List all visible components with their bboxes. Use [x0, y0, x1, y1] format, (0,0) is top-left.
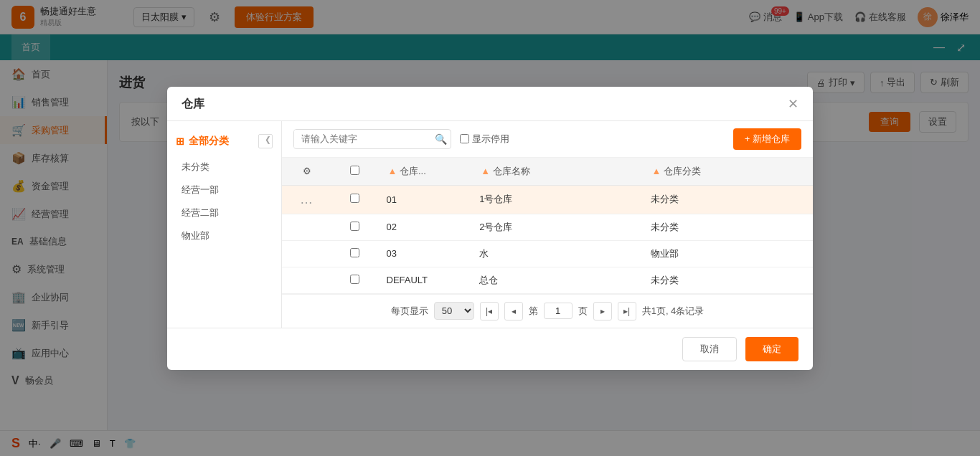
td-name: 2号仓库: [471, 214, 641, 240]
td-checkbox[interactable]: [332, 214, 378, 240]
th-name[interactable]: ▲ 仓库名称: [471, 158, 641, 186]
table-row[interactable]: DEFAULT 总仓 未分类: [282, 267, 813, 293]
td-checkbox[interactable]: [332, 267, 378, 293]
modal-toolbar: 🔍 显示停用 + 新增仓库: [282, 121, 813, 158]
td-actions: [282, 267, 332, 293]
warehouse-modal: 仓库 ✕ ⊞ 全部分类 《 未分类 经营一部 经营二部: [167, 87, 813, 370]
td-checkbox[interactable]: [332, 185, 378, 214]
td-actions: …: [282, 185, 332, 214]
modal-overlay[interactable]: 仓库 ✕ ⊞ 全部分类 《 未分类 经营一部 经营二部: [0, 0, 980, 456]
last-page-button[interactable]: ▸|: [618, 302, 636, 320]
show-disabled-toggle[interactable]: 显示停用: [460, 133, 509, 146]
th-category[interactable]: ▲ 仓库分类: [642, 158, 813, 186]
table-header-row: ⚙ ▲ 仓库... ▲ 仓库名称: [282, 158, 813, 186]
sort-icon-category: ▲: [652, 166, 661, 176]
table-row[interactable]: 03 水 物业部: [282, 240, 813, 267]
modal-title: 仓库: [182, 97, 204, 112]
td-name: 水: [471, 240, 641, 267]
select-all-checkbox[interactable]: [350, 166, 359, 175]
prev-page-button[interactable]: ◂: [504, 302, 523, 320]
td-no: 01: [378, 185, 471, 214]
th-code[interactable]: ▲ 仓库...: [378, 158, 471, 186]
category-item-property[interactable]: 物业部: [167, 224, 281, 247]
pagination-total: 共1页, 4条记录: [642, 305, 705, 318]
all-category-header[interactable]: ⊞ 全部分类 《: [167, 130, 281, 156]
modal-header: 仓库 ✕: [167, 87, 813, 121]
td-checkbox[interactable]: [332, 240, 378, 267]
td-category: 物业部: [642, 240, 813, 267]
sort-icon-name: ▲: [481, 166, 490, 176]
page-label-pre: 第: [529, 305, 538, 318]
td-category: 未分类: [642, 267, 813, 293]
confirm-button[interactable]: 确定: [745, 337, 798, 361]
modal-body: ⊞ 全部分类 《 未分类 经营一部 经营二部 物业部: [167, 121, 813, 328]
page-label-post: 页: [578, 305, 588, 318]
warehouse-table: ⚙ ▲ 仓库... ▲ 仓库名称: [282, 158, 813, 294]
modal-main-content: 🔍 显示停用 + 新增仓库 ⚙: [282, 121, 813, 328]
table-row[interactable]: … 01 1号仓库 未分类: [282, 185, 813, 214]
table-body: … 01 1号仓库 未分类 02 2号仓库 未: [282, 185, 813, 293]
sort-icon-code: ▲: [388, 166, 397, 176]
td-category: 未分类: [642, 185, 813, 214]
td-no: 02: [378, 214, 471, 240]
modal-footer: 取消 确定: [167, 328, 813, 370]
cancel-button[interactable]: 取消: [682, 337, 737, 361]
td-actions: [282, 214, 332, 240]
td-name: 1号仓库: [471, 185, 641, 214]
all-category-label: 全部分类: [189, 135, 229, 148]
modal-close-button[interactable]: ✕: [788, 98, 798, 110]
td-category: 未分类: [642, 214, 813, 240]
per-page-select[interactable]: 50 100 200: [434, 302, 474, 320]
sidebar-collapse-button[interactable]: 《: [258, 134, 273, 148]
td-name: 总仓: [471, 267, 641, 293]
td-no: DEFAULT: [378, 267, 471, 293]
table-row[interactable]: 02 2号仓库 未分类: [282, 214, 813, 240]
page-number-input[interactable]: [544, 303, 573, 319]
add-warehouse-button[interactable]: + 新增仓库: [733, 128, 801, 150]
category-item-business2[interactable]: 经营二部: [167, 201, 281, 224]
td-no: 03: [378, 240, 471, 267]
th-checkbox[interactable]: [332, 158, 378, 186]
search-button[interactable]: 🔍: [429, 130, 451, 148]
td-actions: [282, 240, 332, 267]
show-disabled-checkbox[interactable]: [460, 134, 469, 143]
category-item-unclassified[interactable]: 未分类: [167, 156, 281, 179]
th-gear[interactable]: ⚙: [282, 158, 332, 186]
search-input[interactable]: [294, 130, 429, 148]
modal-category-sidebar: ⊞ 全部分类 《 未分类 经营一部 经营二部 物业部: [167, 121, 282, 328]
search-input-wrap: 🔍: [293, 129, 451, 149]
per-page-label: 每页显示: [391, 305, 428, 318]
category-item-business1[interactable]: 经营一部: [167, 179, 281, 201]
pagination: 每页显示 50 100 200 |◂ ◂ 第 页 ▸ ▸| 共1页, 4条记录: [282, 294, 813, 328]
first-page-button[interactable]: |◂: [480, 302, 499, 320]
warehouse-table-wrap: ⚙ ▲ 仓库... ▲ 仓库名称: [282, 158, 813, 294]
next-page-button[interactable]: ▸: [593, 302, 612, 320]
grid-icon: ⊞: [176, 136, 184, 147]
show-disabled-label: 显示停用: [472, 133, 509, 146]
